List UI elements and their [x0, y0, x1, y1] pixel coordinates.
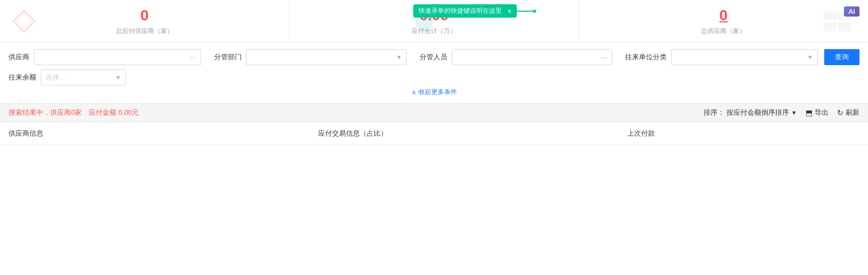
results-amount-value: 0.00元 [119, 108, 139, 116]
col-transaction-header: 应付交易信息（占比） [318, 129, 628, 138]
svg-rect-7 [824, 12, 837, 20]
stat1-number: 0 [140, 6, 149, 25]
stat3-label: 总供应商（家） [701, 27, 746, 36]
person-dots[interactable]: ··· [601, 53, 607, 61]
stat-total-suppliers-payable: 0 总应付供应商（家） [0, 0, 289, 42]
export-label: 导出 [815, 108, 828, 117]
sort-label: 排序： [704, 108, 724, 117]
filter-group-unit: 往来单位分类 ▼ [625, 49, 818, 65]
collapse-row: ∧ 收起更多条件 [9, 85, 859, 99]
col-lastpayment-header: 上次付款 [627, 129, 859, 138]
supplier-dots[interactable]: ··· [190, 53, 196, 61]
results-info-mid: 家 [75, 108, 82, 116]
filter-row-2: 往来余额 选择... ▼ [9, 69, 859, 85]
diamond-icon [11, 8, 37, 35]
sort-select[interactable]: 排序： 按应付会额倒序排序 ▼ [704, 108, 797, 117]
filter-group-supplier: 供应商 ··· [9, 49, 201, 65]
balance-select-text: 选择... [45, 73, 115, 82]
stats-bar: 0 总应付供应商（家） 0.00 应付合计（万） 快速录单的快捷键说明在这里 × [0, 0, 868, 43]
refresh-icon: ↻ [837, 108, 843, 117]
refresh-button[interactable]: ↻ 刷新 [837, 108, 859, 117]
svg-rect-10 [838, 22, 851, 31]
results-info-prefix: 搜索结果中，供应商 [9, 108, 71, 116]
results-actions: 排序： 按应付会额倒序排序 ▼ ⬒ 导出 ↻ 刷新 [704, 108, 859, 117]
unit-select[interactable]: ▼ [671, 49, 818, 65]
stat3-number[interactable]: 0 [720, 6, 728, 25]
stat-total-suppliers: 0 总供应商（家） Ai [579, 0, 868, 42]
collapse-up-arrow: ∧ [412, 89, 416, 96]
supplier-label: 供应商 [9, 52, 30, 62]
col-supplier-header: 供应商信息 [9, 129, 318, 138]
person-label: 分管人员 [420, 52, 447, 62]
balance-select[interactable]: 选择... ▼ [41, 69, 126, 85]
results-info: 搜索结果中，供应商0家 应付金额 0.00元 [9, 108, 139, 117]
department-select[interactable]: ▼ [246, 49, 407, 65]
stat1-label: 总应付供应商（家） [116, 27, 173, 36]
svg-rect-5 [425, 28, 428, 32]
ai-badge[interactable]: Ai [844, 6, 859, 17]
export-icon: ⬒ [806, 108, 812, 117]
person-input-wrapper[interactable]: ··· [452, 49, 612, 65]
unit-dropdown-arrow: ▼ [807, 54, 813, 60]
svg-rect-9 [824, 22, 837, 31]
results-amount-label: 应付金额 [89, 108, 116, 116]
balance-dropdown-arrow: ▼ [115, 74, 121, 81]
table-header: 供应商信息 应付交易信息（占比） 上次付款 [0, 122, 868, 145]
table-body [0, 145, 868, 275]
query-button[interactable]: 查询 [824, 49, 859, 65]
stat-payable-total: 0.00 应付合计（万） 快速录单的快捷键说明在这里 × [289, 0, 579, 42]
svg-point-6 [420, 20, 422, 22]
filter-row-1: 供应商 ··· 分管部门 ▼ 分管人员 ··· 往来 [9, 49, 859, 65]
collapse-label: 收起更多条件 [419, 88, 457, 97]
svg-rect-4 [421, 28, 424, 32]
export-button[interactable]: ⬒ 导出 [806, 108, 828, 117]
department-dropdown-arrow: ▼ [396, 54, 402, 60]
tooltip-dot [532, 9, 537, 14]
unit-label: 往来单位分类 [625, 52, 667, 62]
department-label: 分管部门 [214, 52, 242, 62]
filter-group-person: 分管人员 ··· [420, 49, 612, 65]
supplier-input-wrapper[interactable]: ··· [34, 49, 201, 65]
sort-arrow: ▼ [791, 109, 797, 116]
collapse-button[interactable]: ∧ 收起更多条件 [412, 88, 457, 97]
tooltip-close-btn[interactable]: × [507, 7, 511, 15]
results-bar: 搜索结果中，供应商0家 应付金额 0.00元 排序： 按应付会额倒序排序 ▼ ⬒… [0, 104, 868, 122]
svg-marker-0 [13, 11, 35, 32]
refresh-label: 刷新 [846, 108, 859, 117]
tooltip-bubble: 快速录单的快捷键说明在这里 × [413, 4, 517, 18]
filter-bar: 供应商 ··· 分管部门 ▼ 分管人员 ··· 往来 [0, 43, 868, 104]
sort-value: 按应付会额倒序排序 [727, 108, 789, 117]
filter-group-department: 分管部门 ▼ [214, 49, 407, 65]
balance-label: 往来余额 [9, 73, 36, 82]
tooltip-text: 快速录单的快捷键说明在这里 [419, 6, 502, 15]
